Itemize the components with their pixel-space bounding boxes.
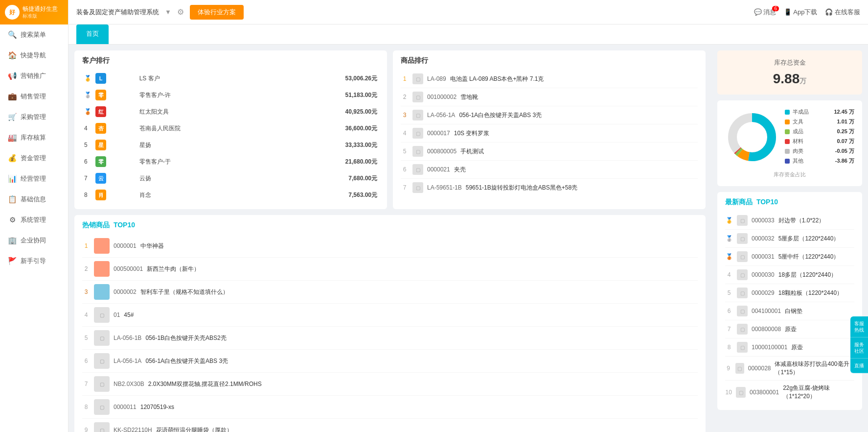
customer-amount: 33,333.00元 xyxy=(272,137,379,153)
rank-number: 🥇 xyxy=(725,217,733,224)
rank-number: 3 xyxy=(82,288,90,295)
customer-badge: 星 xyxy=(95,140,106,150)
list-item: 9 ▢ 0000028 体减嘉枝味苏打饮品400毫升（1*15） xyxy=(725,357,854,381)
sidebar-item-purchase[interactable]: 🛒 采购管理 xyxy=(0,107,68,127)
product-code: 001000002 xyxy=(427,94,457,100)
rank-number: 7 xyxy=(82,381,90,387)
list-item: 4 ▢ 0000017 10S 变料罗浆 xyxy=(401,124,698,143)
header-right: 💬 消息 6 📱 App下载 🎧 在线客服 xyxy=(754,8,860,17)
customer-amount: 53,006.26元 xyxy=(272,70,379,87)
product-code: 0000032 xyxy=(752,235,775,242)
list-item: 10 ▢ 003800001 22g鱼豆腐-烧烤味（1*12*20） xyxy=(725,381,854,404)
system-icon: ⚙ xyxy=(8,216,17,224)
legend-item: 半成品 12.45 万 xyxy=(785,108,854,116)
list-item: 3 0000002 智利车子里（规格不知道填什么） xyxy=(82,281,698,304)
operation-icon: 📊 xyxy=(8,174,17,183)
product-name: 原壶 xyxy=(785,325,797,334)
product-name: 056-1A白色按键开关盖ABS 3壳 xyxy=(459,111,542,120)
enterprise-icon: 🏢 xyxy=(8,236,17,245)
rank-badge-cell: 杏 xyxy=(93,120,137,137)
inventory-label: 库存总资金 xyxy=(725,58,854,67)
rank-badge-cell: 肖 xyxy=(93,187,137,203)
table-row: 7 云 云扬 7,680.00元 xyxy=(82,170,379,187)
rank-number: 2 xyxy=(82,265,90,272)
sidebar-item-guide[interactable]: 🚩 新手引导 xyxy=(0,251,68,271)
rank-badge-cell: 零 xyxy=(93,87,137,103)
legend-item: 成品 0.25 万 xyxy=(785,128,854,135)
rank-number: 5 xyxy=(725,289,733,296)
app-download-button[interactable]: 📱 App下载 xyxy=(784,8,817,17)
rank-number: 5 xyxy=(82,335,90,341)
sidebar-item-marketing[interactable]: 📢 营销推广 xyxy=(0,66,68,86)
float-btn-1[interactable]: 服务社区 xyxy=(850,337,868,359)
product-name: 电池盖 LA-089 ABS本色+黑种 7.1克 xyxy=(450,75,544,83)
dropdown-arrow-icon[interactable]: ▼ xyxy=(165,8,171,16)
sidebar-item-system[interactable]: ⚙ 系统管理 xyxy=(0,210,68,230)
product-thumb: ▢ xyxy=(94,353,110,369)
legend-label: 肉类 xyxy=(793,147,832,155)
sidebar-item-operation[interactable]: 📊 经营管理 xyxy=(0,168,68,189)
rank-number: 8 xyxy=(82,187,93,203)
online-service-button[interactable]: 🎧 在线客服 xyxy=(825,8,860,17)
hot-products-card: 热销商品 TOP10 1 0000001 中华神器 2 000500001 新西… xyxy=(74,215,706,432)
product-code: 000800005 xyxy=(427,148,457,155)
product-thumb: ▢ xyxy=(737,306,748,316)
float-btn-2[interactable]: 直播 xyxy=(850,359,868,373)
product-thumb: ▢ xyxy=(412,73,423,84)
header: 装备及固定资产辅助管理系统 ▼ ⚙ 体验行业方案 💬 消息 6 📱 App下载 … xyxy=(69,0,868,24)
product-code: LA-056-1A xyxy=(427,112,455,119)
product-name: 智利车子里（规格不知道填什么） xyxy=(140,288,228,296)
product-thumb: ▢ xyxy=(412,92,423,102)
product-name: 12070519-xs xyxy=(140,404,174,410)
customer-amount: 40,925.00元 xyxy=(272,103,379,120)
customer-badge: 肖 xyxy=(95,190,106,200)
rank-number: 9 xyxy=(82,427,90,432)
product-code: 0000030 xyxy=(752,271,775,278)
mobile-icon: 📱 xyxy=(784,8,792,16)
product-name: 22g鱼豆腐-烧烤味（1*12*20） xyxy=(783,384,854,401)
table-row: 6 零 零售客户-于 21,680.00元 xyxy=(82,153,379,170)
sidebar-item-finance[interactable]: 💰 资金管理 xyxy=(0,148,68,168)
logo-icon: 好 xyxy=(5,5,20,20)
tab-home[interactable]: 首页 xyxy=(76,24,109,44)
list-item: 9 ▢ KK-SD22110H 花语萌恒温分腿睡袋（厚款） xyxy=(82,419,698,432)
product-name: 白钢垫 xyxy=(785,307,802,315)
product-name: 夹壳 xyxy=(454,166,466,174)
legend-value: 12.45 万 xyxy=(834,108,854,116)
rank-number: 5 xyxy=(401,148,409,155)
sidebar-item-enterprise[interactable]: 🏢 企业协同 xyxy=(0,230,68,251)
sidebar-label: 采购管理 xyxy=(21,113,46,121)
list-item: 6 ▢ LA-056-1A 056-1A白色按键开关盖ABS 3壳 xyxy=(82,350,698,373)
sidebar-item-basic[interactable]: 📋 基础信息 xyxy=(0,189,68,210)
settings-icon[interactable]: ⚙ xyxy=(177,7,184,17)
product-thumb: ▢ xyxy=(94,376,110,392)
product-code: 0000001 xyxy=(114,242,137,249)
table-row: 🥇 L LS 客户 53,006.26元 xyxy=(82,70,379,87)
legend-color xyxy=(785,139,790,144)
sidebar-item-search[interactable]: 🔍 搜索菜单 xyxy=(0,24,68,45)
rank-badge-cell: 云 xyxy=(93,170,137,187)
message-button[interactable]: 💬 消息 6 xyxy=(754,8,777,17)
product-thumb: ▢ xyxy=(737,251,748,262)
sidebar-label: 基础信息 xyxy=(21,195,46,204)
product-thumb: ▢ xyxy=(412,110,423,120)
legend-value: 0.07 万 xyxy=(837,138,854,145)
product-name: 花语萌恒温分腿睡袋（厚款） xyxy=(156,426,232,432)
purchase-icon: 🛒 xyxy=(8,113,17,121)
rank-number: 7 xyxy=(82,170,93,187)
logo-text: 畅捷通好生意 标准版 xyxy=(23,5,58,20)
sidebar-item-sales[interactable]: 💼 销售管理 xyxy=(0,86,68,107)
headset-icon: 🎧 xyxy=(825,8,833,16)
rank-number: 8 xyxy=(725,344,733,351)
trial-button[interactable]: 体验行业方案 xyxy=(190,5,244,20)
rank-number: 1 xyxy=(401,75,409,82)
sidebar-item-inventory[interactable]: 🏭 库存核算 xyxy=(0,127,68,148)
product-name: 2.0X30MM双摆花轴,摆花直径2.1MM/ROHS xyxy=(148,380,262,388)
rank-number: 🥇 xyxy=(82,70,93,87)
legend-value: 1.01 万 xyxy=(837,118,854,125)
customer-amount: 7,563.00元 xyxy=(272,187,379,203)
product-code: 0000031 xyxy=(752,253,775,260)
product-thumb: ▢ xyxy=(737,269,748,280)
float-btn-0[interactable]: 客服热线 xyxy=(850,316,868,337)
sidebar-item-quick[interactable]: 🏠 快捷导航 xyxy=(0,45,68,66)
